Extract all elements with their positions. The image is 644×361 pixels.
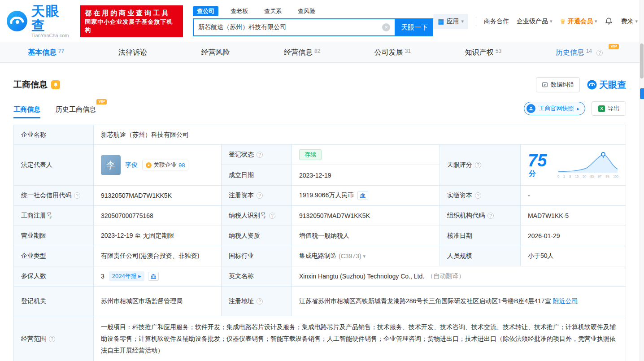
company-type-value: 有限责任公司(港澳台投资、非独资) <box>94 246 222 266</box>
reg-capital-label-cell: 注册资本 ? <box>222 186 292 206</box>
subtab-history-business-info[interactable]: VIP 历史工商信息 <box>56 105 96 118</box>
nearby-companies-link[interactable]: 附近公司 <box>553 297 578 304</box>
scrollbar-thumb[interactable] <box>640 43 644 78</box>
help-icon[interactable]: ? <box>257 298 263 304</box>
data-correction-button[interactable]: 数据纠错 <box>536 77 580 92</box>
taxpayer-id-value: 91320507MAD7W1KK5K <box>292 206 440 226</box>
help-icon[interactable]: ? <box>475 162 481 168</box>
cooperation-label: 商务合作 <box>484 17 509 26</box>
staff-size-label: 人员规模 <box>440 246 521 266</box>
legal-rep-label: 法定代表人 <box>14 145 94 186</box>
company-nav-tabs: 基本信息 77 法律诉讼 经营风险 经营信息 82 公司发展 31 知识产权 5… <box>0 43 644 63</box>
menu-enterprise[interactable]: 企业级产品 ▾ <box>517 17 553 26</box>
search-tab-risk[interactable]: 查风险 <box>294 6 319 16</box>
tab-legal[interactable]: 法律诉讼 <box>118 43 147 62</box>
scope-label: 经营范围 <box>21 335 46 343</box>
avatar[interactable]: 李 <box>101 155 121 175</box>
help-icon[interactable]: ? <box>257 192 263 199</box>
score-unit: 分 <box>529 170 536 177</box>
chevron-down-icon[interactable]: ▾ <box>363 253 366 259</box>
scope-value: 一般项目：科技推广和应用服务；软件开发；集成电路芯片设计及服务；集成电路芯片及产… <box>101 322 618 357</box>
brand-name: 天眼查 <box>599 79 626 91</box>
insured-label: 参保人数 <box>14 266 94 287</box>
help-icon[interactable]: ? <box>257 152 263 158</box>
promo-banner: 都在用的商业查询工具 国家中小企业发展子基金旗下机构 <box>80 5 183 37</box>
tab-label: 历史信息 <box>556 48 584 57</box>
address-label: 注册地址 <box>229 297 254 305</box>
established-value-cell: 2023-12-19 <box>292 165 440 185</box>
chevron-down-icon: ▾ <box>461 18 464 24</box>
tab-history-info[interactable]: VIP 历史信息 14 ? <box>556 43 616 62</box>
search-tab-boss[interactable]: 查老板 <box>226 6 252 16</box>
menu-open-vip[interactable]: ♛ 开通会员 ▾ <box>560 17 597 26</box>
tab-operation-info[interactable]: 经营信息 82 <box>284 43 320 62</box>
industry-value: 集成电路制造 <box>299 252 337 260</box>
annual-report-link[interactable]: 2024年报 ▸ <box>109 271 144 281</box>
menu-cooperation[interactable]: 商务合作 <box>484 17 509 26</box>
paid-capital-value: - <box>521 186 626 206</box>
export-button[interactable]: X 导出 <box>592 101 626 116</box>
status-badge: 存续 <box>299 149 322 160</box>
tab-label: 法律诉讼 <box>118 48 147 57</box>
business-info-table: 企业名称 新芯航途（苏州）科技有限公司 法定代表人 李 李俊 ★ 关联企业 98 <box>13 125 626 361</box>
help-icon[interactable]: ? <box>269 213 275 219</box>
arrow-right-icon: ▸ <box>138 273 141 279</box>
credit-code-value: 91320507MAD7W1KK5K <box>94 186 222 206</box>
help-icon[interactable]: ? <box>596 50 603 56</box>
excel-icon: X <box>598 105 605 112</box>
tab-company-development[interactable]: 公司发展 31 <box>374 43 411 62</box>
header-menu: ▦ 应用 ▾ 商务合作 企业级产品 ▾ ♛ 开通会员 ▾ <box>433 14 638 29</box>
user-menu[interactable]: 费米 ▾ <box>621 17 638 26</box>
approval-date-label: 核准日期 <box>440 226 521 246</box>
related-companies-tag[interactable]: ★ 关联企业 98 <box>142 160 188 170</box>
clear-search-icon[interactable]: × <box>382 23 390 31</box>
vip-badge: VIP <box>96 99 107 104</box>
score-label-cell: 天眼评分 ? <box>440 145 521 186</box>
search-tab-company[interactable]: 查公司 <box>193 6 218 16</box>
bank-icon[interactable] <box>357 191 368 200</box>
industry-cell: 集成电路制造 (C3973) ▾ <box>292 246 440 266</box>
bank-icon[interactable] <box>148 272 159 281</box>
english-name-value: Xinxin Hangtu (Suzhou) Technology Co., L… <box>299 273 424 280</box>
legal-rep-name-link[interactable]: 李俊 <box>125 161 138 169</box>
help-icon[interactable]: ? <box>487 213 494 219</box>
header: 天眼查 TianYanCha.com 都在用的商业查询工具 国家中小企业发展子基… <box>0 0 644 43</box>
brand-watermark: 天眼查 <box>587 79 626 91</box>
taxpayer-quality-label: 纳税人资质 <box>222 226 292 246</box>
tianyancha-logo[interactable]: 天眼查 TianYanCha.com <box>6 4 74 39</box>
help-icon[interactable]: ? <box>74 192 80 199</box>
official-snapshot-button[interactable]: 工商官网快照 ▸ <box>524 102 585 115</box>
score-value: 75 <box>528 151 547 170</box>
credit-code-label: 统一社会信用代码 <box>21 191 71 200</box>
tab-count: 31 <box>405 48 411 54</box>
person-icon <box>527 104 535 113</box>
app-menu-button[interactable]: ▦ 应用 ▾ <box>433 14 468 29</box>
address-value: 江苏省苏州市相城区高铁新城青龙港路286号长三角国际研发社区启动区1号楼B座4层… <box>299 297 551 304</box>
address-label-cell: 注册地址 ? <box>222 287 292 316</box>
search-input[interactable] <box>194 19 382 35</box>
tab-operation-risk[interactable]: 经营风险 <box>201 43 230 62</box>
subtab-label: 工商信息 <box>13 105 40 113</box>
snapshot-label: 工商官网快照 <box>539 104 574 113</box>
floating-widget-handle[interactable] <box>640 88 644 99</box>
subtab-business-info[interactable]: 工商信息 <box>13 105 40 118</box>
score-cell[interactable]: 75分 0131550859799100 <box>521 145 626 186</box>
search-tab-relation[interactable]: 查关系 <box>260 6 286 16</box>
crown-icon: ♛ <box>560 17 566 26</box>
help-icon[interactable]: ? <box>49 336 55 342</box>
tab-intellectual-property[interactable]: 知识产权 53 <box>465 43 501 62</box>
table-row: 登记机关 苏州市相城区市场监督管理局 注册地址 ? 江苏省苏州市相城区高铁新城青… <box>14 287 626 316</box>
related-count: 98 <box>178 162 185 169</box>
tab-count: 82 <box>314 48 320 54</box>
vertical-scrollbar[interactable] <box>640 0 644 361</box>
notification-bell-icon[interactable] <box>605 17 613 26</box>
tab-count: 53 <box>496 48 501 54</box>
search-tabs: 查公司 查老板 查关系 查风险 <box>193 6 433 16</box>
table-row: 工商注册号 320507000775168 纳税人识别号 ? 91320507M… <box>14 206 626 226</box>
help-icon[interactable]: ? <box>475 192 481 199</box>
search-button[interactable]: 天眼一下 <box>396 18 433 36</box>
staff-size-value: 小于50人 <box>521 246 626 266</box>
subscribe-bell-icon[interactable] <box>51 80 60 89</box>
tab-basic-info[interactable]: 基本信息 77 <box>28 43 64 62</box>
chevron-down-icon: ▾ <box>595 18 597 24</box>
